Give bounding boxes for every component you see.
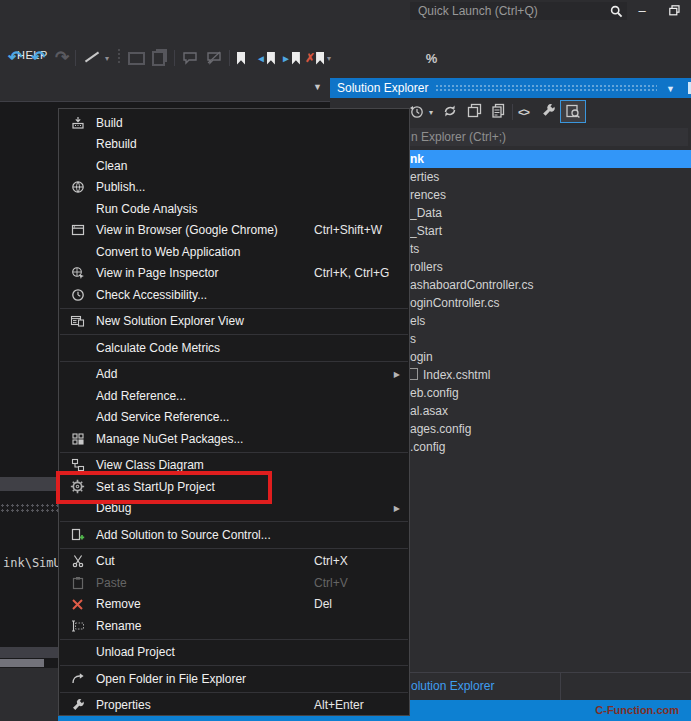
menu-item-rename[interactable]: Rename [59,615,409,637]
disabled-grip-icon [118,49,120,63]
quick-launch-placeholder: Quick Launch (Ctrl+Q) [410,4,605,18]
menu-item-manage-nuget-packages[interactable]: Manage NuGet Packages... [59,428,409,450]
properties-icon [59,698,96,712]
menu-bar: HELP [0,22,691,45]
bookmark-clear-icon[interactable]: ✗ [305,49,324,67]
build-icon [59,116,96,130]
archive-icon [128,49,145,67]
nuget-icon [59,432,96,446]
collapse-all-icon[interactable] [466,103,483,119]
comment-toggle-icon[interactable]: % [86,49,691,67]
menu-item-add[interactable]: Add ▶ [59,364,409,386]
toolbar-separator [512,104,513,120]
menu-item-convert-to-web-application[interactable]: Convert to Web Application [59,241,409,263]
menu-separator [60,692,408,693]
project-context-menu: Build Rebuild Clean Publish... Run Code … [58,108,410,716]
menu-item-paste: Paste Ctrl+V [59,572,409,594]
menu-item-add-solution-to-source-control[interactable]: Add Solution to Source Control... [59,524,409,546]
bookmark-icon[interactable] [237,49,245,67]
highlight-rectangle [56,471,272,504]
menu-item-rebuild[interactable]: Rebuild [59,134,409,156]
title-bar: Quick Launch (Ctrl+Q) – [0,0,691,22]
restore-button[interactable] [662,0,686,20]
document-well-dropdown-icon[interactable]: ▼ [313,82,322,92]
vs-window: Quick Launch (Ctrl+Q) – HELP ↶ ↶ ↷ % ▾ [0,0,691,721]
toolbar-separator [75,50,76,66]
solution-explorer-title-bar[interactable]: Solution Explorer ▼ [330,78,691,98]
tab-separator [560,673,561,700]
menu-separator [60,548,408,549]
menu-item-run-code-analysis[interactable]: Run Code Analysis [59,198,409,220]
window-position-dropdown-icon[interactable]: ▼ [666,84,675,94]
paste-icon [59,576,96,590]
menu-item-remove[interactable]: Remove Del [59,594,409,616]
properties-wrench-icon[interactable] [541,103,556,118]
menu-item-unload-project[interactable]: Unload Project [59,642,409,664]
bookmark-next-icon[interactable]: ► [281,49,300,67]
open-folder-icon [59,672,96,686]
menu-separator [60,334,408,335]
menu-separator [60,308,408,309]
menu-separator [60,665,408,666]
navigate-backward-icon[interactable]: ↶ [8,49,22,67]
rename-icon [59,619,96,633]
menu-item-build[interactable]: Build [59,112,409,134]
menu-item-publish[interactable]: Publish... [59,177,409,199]
minimize-button[interactable]: – [630,0,654,20]
sync-with-active-document-button[interactable] [560,100,586,123]
menu-item-view-in-browser[interactable]: View in Browser (Google Chrome) Ctrl+Shi… [59,220,409,242]
menu-item-add-service-reference[interactable]: Add Service Reference... [59,407,409,429]
menu-item-clean[interactable]: Clean [59,155,409,177]
menu-item-check-accessibility[interactable]: Check Accessibility... [59,284,409,306]
menu-item-add-reference[interactable]: Add Reference... [59,385,409,407]
output-scrollbar-thumb[interactable] [0,659,44,667]
copy-item-icon [152,49,165,67]
restore-icon [669,5,680,16]
redo-icon: ↷ [55,49,69,67]
menu-item-open-folder-in-file-explorer[interactable]: Open Folder in File Explorer [59,668,409,690]
menu-item-view-in-page-inspector[interactable]: View in Page Inspector Ctrl+K, Ctrl+G [59,263,409,285]
title-drag-grip [435,84,657,93]
pending-changes-filter-icon[interactable] [408,103,425,119]
view-code-icon[interactable]: <> [518,106,529,118]
solution-explorer-title: Solution Explorer [330,81,428,95]
file-icon [410,368,418,380]
menu-separator [60,521,408,522]
document-tab-strip [0,72,330,102]
new-view-icon [59,314,96,328]
accessibility-icon [59,288,96,302]
submenu-arrow-icon: ▶ [394,370,400,379]
menu-item-calculate-code-metrics[interactable]: Calculate Code Metrics [59,337,409,359]
publish-icon [59,180,96,194]
cut-icon [59,554,96,568]
quick-launch-input[interactable]: Quick Launch (Ctrl+Q) [410,2,627,20]
watermark-text: C-Function.com [595,704,679,716]
menu-item-new-solution-explorer-view[interactable]: New Solution Explorer View [59,311,409,333]
menu-item-cut[interactable]: Cut Ctrl+X [59,551,409,573]
refresh-icon[interactable] [442,103,458,119]
menu-separator [60,361,408,362]
main-toolbar: ↶ ↶ ↷ % ▾ ◄ ► ✗ ▾ [0,45,691,72]
browser-icon [59,223,96,237]
search-placeholder: n Explorer (Ctrl+;) [411,130,506,144]
tab-solution-explorer[interactable]: olution Explorer [411,679,494,693]
comment-bubble-off-icon [206,49,222,67]
show-all-files-icon[interactable] [490,103,507,119]
toolbar-separator [229,50,230,66]
menu-separator [60,639,408,640]
bookmark-previous-icon[interactable]: ◄ [256,49,275,67]
page-inspector-icon [59,266,96,280]
comment-bubble-icon [182,49,198,67]
source-control-icon [59,528,96,542]
toolbar-separator [174,50,175,66]
submenu-arrow-icon: ▶ [394,504,400,513]
menu-separator [60,452,408,453]
remove-icon [59,598,96,611]
minimize-icon: – [638,3,645,18]
search-icon[interactable] [605,5,627,18]
dropdown-caret-icon[interactable]: ▾ [327,49,331,67]
menu-item-properties[interactable]: Properties Alt+Enter [59,695,409,717]
dropdown-caret-icon[interactable]: ▾ [105,49,109,67]
navigate-forward-icon[interactable]: ↶ [31,49,45,67]
filter-dropdown-caret-icon[interactable]: ▾ [429,108,433,117]
